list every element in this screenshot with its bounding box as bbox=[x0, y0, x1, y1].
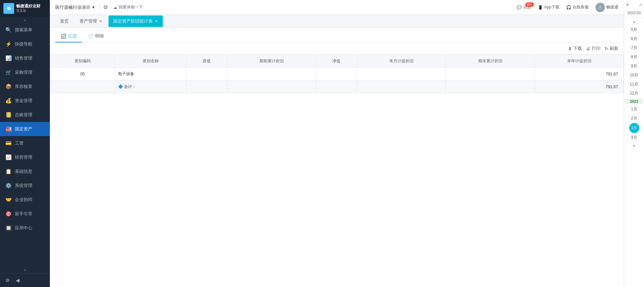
sidebar-item-apps[interactable]: 🔲 应用中心 bbox=[0, 221, 50, 235]
sidebar-item-guide[interactable]: 🎯 新手引导 bbox=[0, 207, 50, 221]
col-name: 类别名称 bbox=[115, 55, 186, 68]
sidebar-item-sales[interactable]: 📊 销售管理 bbox=[0, 51, 50, 65]
username-label: 畅捷通 bbox=[606, 4, 618, 10]
print-btn[interactable]: 🖨 打印 bbox=[586, 45, 601, 52]
sidebar-collapse-btn[interactable]: ◀ bbox=[14, 276, 21, 284]
topbar-right: 💬 消息 99+ 📱 App下载 🎧 在线客服 人 畅捷通 bbox=[517, 3, 618, 12]
user-profile-btn[interactable]: 人 畅捷通 bbox=[595, 3, 618, 12]
experience-text: 我要体验一下 bbox=[119, 4, 143, 10]
date-month-4[interactable]: 4月 bbox=[624, 133, 644, 142]
date-current-month-row: 3月 bbox=[624, 123, 644, 133]
date-month-12[interactable]: 12月 bbox=[624, 89, 644, 98]
app-download-btn[interactable]: 📱 App下载 bbox=[538, 4, 559, 10]
guide-icon: 🎯 bbox=[5, 211, 11, 217]
sidebar-scroll-down[interactable]: ▼ bbox=[0, 267, 50, 273]
sidebar-item-finance[interactable]: 💰 资金管理 bbox=[0, 94, 50, 108]
tab-asset-mgmt-close[interactable]: ✕ bbox=[99, 19, 102, 24]
messages-btn[interactable]: 💬 消息 99+ bbox=[517, 4, 531, 10]
date-month-7[interactable]: 7月 bbox=[624, 43, 644, 53]
tab-asset-mgmt[interactable]: 资产管理 ✕ bbox=[75, 15, 107, 27]
sidebar-item-corp[interactable]: 🤝 企业协同 bbox=[0, 193, 50, 207]
col-code: 类别编码 bbox=[50, 55, 115, 68]
date-panel-expand-btn[interactable]: ⤢ bbox=[639, 2, 643, 7]
message-icon: 💬 bbox=[517, 5, 522, 10]
sidebar-scroll-up[interactable]: ▲ bbox=[0, 17, 50, 23]
col-ending-accum: 期末累计折旧 bbox=[446, 55, 535, 68]
date-month-1[interactable]: 1月 bbox=[624, 105, 644, 114]
sidebar-nav: 🔍 搜索菜单 ⚡ 快捷导航 📊 销售管理 🛒 采购管理 📦 库存核算 💰 资金管… bbox=[0, 23, 50, 267]
tab-depreciation-label: 固定资产折旧统计表 bbox=[113, 18, 153, 24]
date-month-6[interactable]: 6月 bbox=[624, 34, 644, 43]
sidebar-footer: ⚙ ◀ bbox=[0, 273, 50, 287]
company-selector[interactable]: 医疗器械行业演示 ▾ bbox=[55, 4, 99, 10]
cell-current-dep bbox=[357, 68, 446, 81]
print-label: 打印 bbox=[592, 45, 601, 52]
sidebar-item-quicknav[interactable]: ⚡ 快捷导航 bbox=[0, 37, 50, 51]
date-month-5[interactable]: 5月 bbox=[624, 25, 644, 34]
cell-ending-accum bbox=[446, 68, 535, 81]
sidebar-item-ops[interactable]: 📈 经营管理 bbox=[0, 150, 50, 164]
date-month-10[interactable]: 10月 bbox=[624, 71, 644, 80]
sidebar-item-system[interactable]: ⚙️ 系统管理 bbox=[0, 179, 50, 193]
sidebar-label-quicknav: 快捷导航 bbox=[15, 41, 32, 47]
inner-tab-summary[interactable]: 🔄 汇总 bbox=[55, 30, 82, 42]
total-ending-accum bbox=[446, 81, 535, 93]
main-area: 医疗器械行业演示 ▾ ⚙ ☁ 我要体验一下 💬 消息 99+ 📱 App下载 🎧… bbox=[50, 0, 624, 287]
total-current-dep bbox=[357, 81, 446, 93]
sidebar-logo: 畅 畅捷通好业财 普及版 bbox=[0, 0, 50, 17]
sidebar-label-salary: 工资 bbox=[15, 140, 24, 146]
download-btn[interactable]: ⬇ 下载 bbox=[568, 45, 582, 52]
base-icon: 📋 bbox=[5, 168, 11, 174]
sidebar-label-fixed: 固定资产 bbox=[15, 126, 32, 132]
sidebar-item-ledger[interactable]: 📒 总账管理 bbox=[0, 108, 50, 122]
sidebar-item-purchase[interactable]: 🛒 采购管理 bbox=[0, 65, 50, 79]
total-annual-dep: 791.67 bbox=[535, 81, 624, 93]
date-scroll-down[interactable]: ▼ bbox=[624, 142, 644, 150]
refresh-btn[interactable]: ↻ 刷新 bbox=[605, 45, 618, 52]
cell-net bbox=[316, 68, 357, 81]
ops-icon: 📈 bbox=[5, 154, 11, 160]
tab-home[interactable]: 首页 bbox=[55, 15, 73, 27]
sidebar-label-inventory: 库存核算 bbox=[15, 84, 32, 90]
apps-icon: 🔲 bbox=[5, 225, 11, 231]
inner-tab-detail[interactable]: 📄 明细 bbox=[82, 30, 109, 42]
date-month-2[interactable]: 2月 bbox=[624, 114, 644, 123]
sidebar-label-ledger: 总账管理 bbox=[15, 112, 32, 118]
salary-icon: 💳 bbox=[5, 140, 11, 146]
finance-icon: 💰 bbox=[5, 98, 11, 104]
sidebar-settings-btn[interactable]: ⚙ bbox=[4, 276, 11, 284]
col-beginning-accum: 期初累计折旧 bbox=[227, 55, 316, 68]
cell-code: 05 bbox=[50, 68, 115, 81]
year-2023-label: 2023 bbox=[625, 99, 643, 104]
tab-depreciation-close[interactable]: ✕ bbox=[155, 19, 158, 24]
col-annual-dep: 本年计提折旧 bbox=[535, 55, 624, 68]
depreciation-table: 类别编码 类别名称 原值 期初累计折旧 净值 本月计提折旧 期末累计折旧 本年计… bbox=[50, 55, 624, 93]
col-original: 原值 bbox=[186, 55, 227, 68]
date-month-11[interactable]: 11月 bbox=[624, 80, 644, 89]
topbar-settings-btn[interactable]: ⚙ bbox=[103, 4, 108, 10]
sales-icon: 📊 bbox=[5, 55, 11, 61]
download-icon: ⬇ bbox=[568, 46, 572, 51]
date-panel-close-btn[interactable]: ✕ bbox=[625, 2, 630, 7]
sidebar-item-search[interactable]: 🔍 搜索菜单 bbox=[0, 23, 50, 37]
search-icon: 🔍 bbox=[5, 27, 11, 33]
corp-icon: 🤝 bbox=[5, 197, 11, 203]
inner-tab-summary-label: 汇总 bbox=[68, 33, 77, 39]
date-scroll-up[interactable]: ▲ bbox=[624, 18, 644, 25]
date-panel-controls: ✕ ⤢ bbox=[624, 0, 644, 8]
sidebar-label-purchase: 采购管理 bbox=[15, 69, 32, 75]
date-month-8[interactable]: 8月 bbox=[624, 53, 644, 62]
sidebar-item-inventory[interactable]: 📦 库存核算 bbox=[0, 79, 50, 94]
sidebar-label-apps: 应用中心 bbox=[15, 225, 32, 231]
sidebar-label-sales: 销售管理 bbox=[15, 55, 32, 61]
online-service-btn[interactable]: 🎧 在线客服 bbox=[566, 4, 589, 10]
date-month-3-current[interactable]: 3月 bbox=[629, 123, 639, 133]
sidebar-item-salary[interactable]: 💳 工资 bbox=[0, 136, 50, 150]
tab-depreciation[interactable]: 固定资产折旧统计表 ✕ bbox=[109, 15, 163, 27]
sidebar-item-base[interactable]: 📋 基础信息 bbox=[0, 164, 50, 179]
logo-title: 畅捷通好业财 bbox=[16, 4, 40, 8]
sidebar-label-search: 搜索菜单 bbox=[15, 27, 32, 33]
sidebar-item-fixed[interactable]: 🏭 固定资产 bbox=[0, 122, 50, 136]
experience-btn[interactable]: ☁ 我要体验一下 bbox=[113, 4, 143, 10]
date-month-9[interactable]: 9月 bbox=[624, 62, 644, 71]
